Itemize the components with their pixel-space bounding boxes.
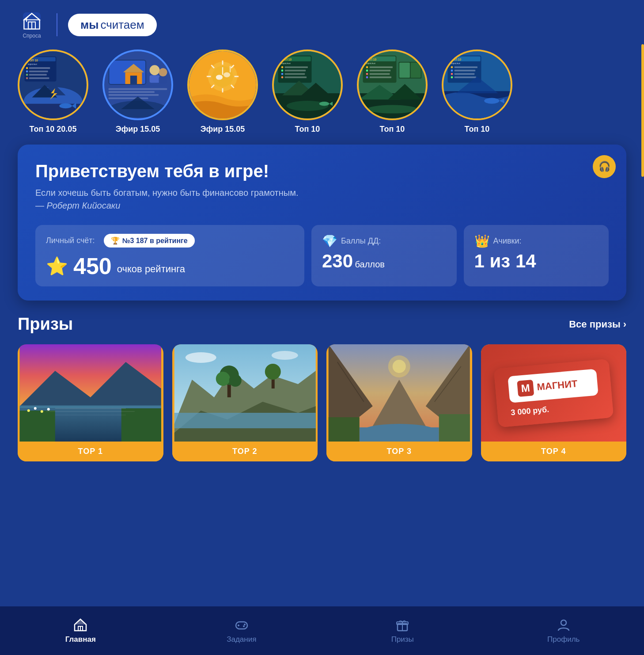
svg-rect-89: [370, 76, 391, 78]
achievements-card: 👑 Ачивки: 1 из 14: [464, 225, 609, 286]
headphone-icon: 🎧: [599, 161, 610, 172]
prize-card-4[interactable]: М МАГНИТ 3 000 руб. TOP 4: [481, 344, 627, 461]
story-circle-3: [187, 50, 258, 120]
dd-score-card: 💎 Баллы ДД: 230 баллов: [311, 225, 457, 286]
story-item-2[interactable]: Эфир 15.05: [102, 50, 173, 134]
logo-my-text: мы: [80, 18, 98, 32]
svg-rect-156: [236, 622, 247, 629]
story-circle-5: ТОП 10 взрослых: [357, 50, 428, 120]
story-label-3: Эфир 15.05: [201, 125, 245, 134]
story-item-4[interactable]: ТОП 10 взрослых: [272, 50, 343, 134]
svg-point-69: [281, 76, 284, 79]
logo-schitaem-text: считаем: [100, 18, 144, 32]
stories-section: ТОП 10 взрослых: [0, 46, 644, 145]
svg-point-55: [224, 72, 230, 77]
svg-rect-151: [439, 414, 470, 442]
prize-rank-2: TOP 2: [172, 442, 318, 461]
svg-rect-131: [174, 413, 315, 428]
svg-point-25: [59, 103, 72, 108]
nav-item-profile[interactable]: Профиль: [483, 606, 644, 655]
rank-text: №3 187 в рейтинге: [122, 237, 188, 245]
svg-rect-103: [455, 66, 477, 68]
svg-rect-85: [370, 70, 391, 72]
svg-point-102: [451, 66, 453, 69]
stats-row: Личный счёт: 🏆 №3 187 в рейтинге ⭐ 450 о…: [35, 225, 609, 286]
svg-point-137: [265, 364, 280, 380]
all-prizes-link[interactable]: Все призы ›: [569, 319, 626, 330]
scroll-indicator: [641, 44, 644, 177]
prize-magnit-card: М МАГНИТ 3 000 руб.: [481, 344, 627, 442]
story-item-3[interactable]: Эфир 15.05: [187, 50, 258, 134]
all-prizes-text: Все призы: [569, 319, 620, 330]
svg-point-147: [393, 360, 406, 373]
svg-rect-92: [411, 63, 421, 78]
story-circle-4: ТОП 10 взрослых: [272, 50, 343, 120]
story-item-1[interactable]: ТОП 10 взрослых: [18, 50, 88, 134]
svg-point-139: [271, 351, 298, 360]
prize-card-3[interactable]: TOP 3: [326, 344, 472, 461]
svg-rect-105: [455, 70, 476, 72]
svg-point-96: [367, 105, 417, 114]
crown-icon: 👑: [474, 234, 490, 248]
svg-text:ТОП 10: ТОП 10: [366, 58, 376, 61]
svg-rect-118: [20, 405, 161, 408]
svg-rect-37: [109, 88, 167, 90]
prize-card-2[interactable]: TOP 2: [172, 344, 318, 461]
profile-icon: [556, 617, 571, 632]
svg-point-135: [229, 374, 241, 387]
header: Спроса мы считаем: [0, 0, 644, 46]
story-item-5[interactable]: ТОП 10 взрослых: [357, 50, 428, 134]
score-unit: очков рейтинга: [117, 263, 185, 275]
magnit-m-icon: М: [517, 379, 534, 396]
star-icon: ⭐: [46, 256, 68, 277]
svg-rect-70: [285, 76, 307, 78]
svg-rect-17: [29, 74, 47, 76]
story-label-6: Топ 10: [465, 125, 490, 134]
svg-point-86: [366, 73, 368, 75]
svg-point-124: [47, 408, 50, 411]
rank-badge[interactable]: 🏆 №3 187 в рейтинге: [104, 234, 195, 248]
svg-marker-155: [75, 619, 86, 625]
prizes-section: Призы Все призы ›: [0, 315, 644, 472]
prize-card-1[interactable]: TOP 1: [18, 344, 163, 461]
nav-item-prizes[interactable]: Призы: [322, 606, 483, 655]
svg-point-160: [243, 625, 245, 627]
nav-label-profile: Профиль: [547, 635, 580, 644]
welcome-quote: Если хочешь быть богатым, нужно быть фин…: [35, 188, 609, 198]
svg-text:ТОП 10: ТОП 10: [451, 58, 461, 61]
nav-label-home: Главная: [65, 635, 96, 644]
personal-score-label: Личный счёт:: [46, 236, 95, 245]
logo-house-icon: Спроса: [18, 11, 46, 39]
story-item-6[interactable]: ТОП 10 взрослых: [442, 50, 512, 134]
svg-point-123: [41, 410, 43, 413]
svg-text:взрослых: взрослых: [451, 62, 460, 65]
prize-rank-4: TOP 4: [481, 442, 627, 461]
header-logo-badge: мы считаем: [68, 14, 157, 36]
nav-item-home[interactable]: Главная: [0, 606, 161, 655]
svg-point-159: [244, 624, 246, 625]
svg-rect-36: [159, 76, 167, 83]
svg-point-121: [27, 409, 30, 412]
welcome-title: Приветствуем тебя в игре!: [35, 160, 609, 182]
svg-rect-150: [329, 417, 360, 442]
svg-text:ТОП 10: ТОП 10: [28, 59, 38, 62]
prizes-header: Призы Все призы ›: [18, 315, 626, 334]
svg-rect-15: [29, 71, 48, 72]
svg-point-33: [150, 65, 160, 75]
svg-rect-66: [285, 70, 306, 72]
prize-image-1: [18, 344, 163, 442]
achievements-value: 1 из 14: [474, 251, 536, 271]
nav-item-tasks[interactable]: Задания: [161, 606, 322, 655]
header-subtitle: Спроса: [23, 33, 41, 39]
svg-rect-13: [29, 67, 50, 69]
svg-rect-32: [130, 76, 137, 84]
story-circle-6: ТОП 10 взрослых: [442, 50, 512, 120]
svg-point-35: [159, 68, 167, 76]
svg-rect-40: [109, 98, 148, 99]
svg-point-84: [366, 69, 368, 72]
headphone-button[interactable]: 🎧: [593, 155, 616, 178]
svg-point-65: [281, 69, 284, 72]
svg-rect-83: [370, 66, 393, 68]
prize-rank-1: TOP 1: [18, 442, 163, 461]
gift-icon: [395, 617, 410, 632]
